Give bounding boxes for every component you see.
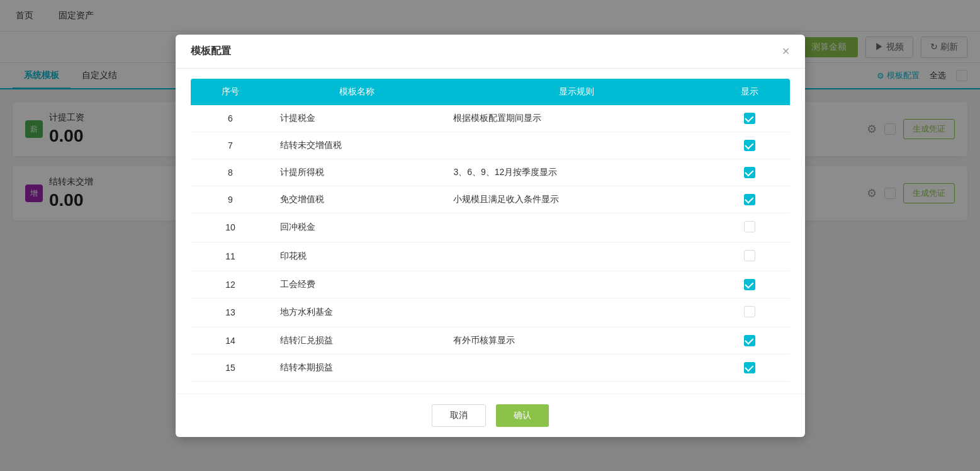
row-checkbox-cell (710, 327, 790, 354)
row-checkbox-cell (710, 271, 790, 298)
row-name: 工会经费 (270, 271, 443, 298)
row-name: 结转汇兑损益 (270, 327, 443, 354)
table-header-row: 序号 模板名称 显示规则 显示 (191, 79, 790, 105)
row-checkbox-cell (710, 186, 790, 213)
row-checkbox-unchecked[interactable] (744, 250, 755, 261)
row-checkbox-cell (710, 213, 790, 242)
modal-overlay: 模板配置 × 序号 模板名称 显示规则 显示 6计提税金根据模板配置期间显 (0, 0, 980, 471)
row-rule (443, 132, 709, 159)
row-name: 结转未交增值税 (270, 132, 443, 159)
row-rule (443, 242, 709, 271)
row-id: 8 (191, 159, 271, 186)
row-id: 10 (191, 213, 271, 242)
modal-title: 模板配置 (191, 45, 231, 58)
row-id: 9 (191, 186, 271, 213)
col-header-id: 序号 (191, 79, 271, 105)
row-rule (443, 213, 709, 242)
row-id: 15 (191, 354, 271, 381)
row-checkbox-checked[interactable] (744, 140, 755, 151)
modal-close-button[interactable]: × (782, 45, 790, 57)
row-id: 6 (191, 105, 271, 132)
modal-footer: 取消 确认 (176, 394, 805, 437)
table-row: 10回冲税金 (191, 213, 790, 242)
config-table-wrapper: 序号 模板名称 显示规则 显示 6计提税金根据模板配置期间显示7结转未交增值税8… (191, 69, 790, 383)
table-row: 16结转未分配利润12月份显示 (191, 381, 790, 383)
row-name: 地方水利基金 (270, 298, 443, 327)
row-id: 12 (191, 271, 271, 298)
row-checkbox-checked[interactable] (744, 194, 755, 205)
config-table-body: 6计提税金根据模板配置期间显示7结转未交增值税8计提所得税3、6、9、12月按季… (191, 105, 790, 383)
row-id: 11 (191, 242, 271, 271)
row-name: 印花税 (270, 242, 443, 271)
confirm-button[interactable]: 确认 (496, 404, 549, 427)
row-id: 13 (191, 298, 271, 327)
row-checkbox-cell (710, 132, 790, 159)
row-checkbox-checked[interactable] (744, 167, 755, 178)
cancel-button[interactable]: 取消 (432, 404, 486, 427)
col-header-name: 模板名称 (270, 79, 443, 105)
row-name: 回冲税金 (270, 213, 443, 242)
row-name: 结转未分配利润 (270, 381, 443, 383)
row-checkbox-cell (710, 354, 790, 381)
row-rule: 12月份显示 (443, 381, 709, 383)
row-checkbox-cell (710, 105, 790, 132)
col-header-show: 显示 (710, 79, 790, 105)
row-name: 结转本期损益 (270, 354, 443, 381)
row-checkbox-checked[interactable] (744, 279, 755, 290)
row-name: 计提税金 (270, 105, 443, 132)
table-row: 8计提所得税3、6、9、12月按季度显示 (191, 159, 790, 186)
row-rule (443, 271, 709, 298)
row-checkbox-cell (710, 298, 790, 327)
row-rule: 小规模且满足收入条件显示 (443, 186, 709, 213)
row-id: 7 (191, 132, 271, 159)
row-checkbox-unchecked[interactable] (744, 221, 755, 232)
row-id: 16 (191, 381, 271, 383)
table-row: 11印花税 (191, 242, 790, 271)
row-rule (443, 354, 709, 381)
table-row: 9免交增值税小规模且满足收入条件显示 (191, 186, 790, 213)
table-row: 12工会经费 (191, 271, 790, 298)
row-name: 计提所得税 (270, 159, 443, 186)
row-rule: 3、6、9、12月按季度显示 (443, 159, 709, 186)
col-header-rule: 显示规则 (443, 79, 709, 105)
row-checkbox-checked[interactable] (744, 362, 755, 373)
table-row: 7结转未交增值税 (191, 132, 790, 159)
config-table: 序号 模板名称 显示规则 显示 6计提税金根据模板配置期间显示7结转未交增值税8… (191, 79, 790, 383)
row-rule: 根据模板配置期间显示 (443, 105, 709, 132)
row-rule (443, 298, 709, 327)
row-checkbox-checked[interactable] (744, 335, 755, 346)
row-rule: 有外币核算显示 (443, 327, 709, 354)
table-row: 14结转汇兑损益有外币核算显示 (191, 327, 790, 354)
row-checkbox-cell (710, 381, 790, 383)
table-row: 13地方水利基金 (191, 298, 790, 327)
modal-header: 模板配置 × (176, 35, 805, 69)
table-row: 15结转本期损益 (191, 354, 790, 381)
row-checkbox-cell (710, 159, 790, 186)
template-config-modal: 模板配置 × 序号 模板名称 显示规则 显示 6计提税金根据模板配置期间显 (176, 35, 805, 437)
table-row: 6计提税金根据模板配置期间显示 (191, 105, 790, 132)
row-name: 免交增值税 (270, 186, 443, 213)
row-id: 14 (191, 327, 271, 354)
row-checkbox-cell (710, 242, 790, 271)
row-checkbox-unchecked[interactable] (744, 306, 755, 317)
modal-body: 序号 模板名称 显示规则 显示 6计提税金根据模板配置期间显示7结转未交增值税8… (176, 69, 805, 394)
row-checkbox-checked[interactable] (744, 113, 755, 124)
